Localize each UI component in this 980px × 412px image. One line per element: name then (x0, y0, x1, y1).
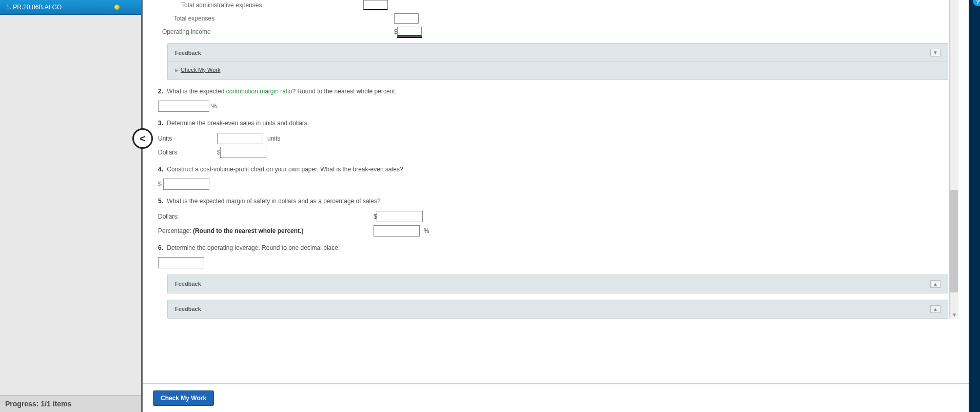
footer-bar: Check My Work (143, 383, 969, 412)
question-tab-label: 1. PR.20.06B.ALGO (6, 4, 62, 11)
label-total-admin: Total administrative expenses (158, 2, 363, 9)
feedback-title: Feedback (175, 50, 201, 56)
q3-units-input[interactable] (217, 133, 263, 144)
q5-pct-input[interactable] (374, 225, 420, 237)
feedback-header-1[interactable]: Feedback ▼ (168, 44, 948, 62)
feedback-header-3[interactable]: Feedback ▲ (168, 300, 948, 318)
progress-bar: Progress: 1/1 items (0, 395, 141, 412)
q5-pct-row: Percentage: (Round to the nearest whole … (158, 225, 948, 237)
q3-dollars-label: Dollars (158, 149, 217, 156)
app-wrapper: 1. PR.20.06B.ALGO Progress: 1/1 items < … (0, 0, 980, 412)
status-dot-icon (114, 5, 120, 10)
q3-dollars-input[interactable] (220, 147, 266, 158)
feedback-body-1: Check My Work (168, 62, 948, 80)
q5-dollars-input[interactable] (377, 211, 423, 222)
input-operating-income[interactable] (397, 27, 422, 37)
q3-units-row: Units units (158, 133, 948, 144)
q5-dollars-label: Dollars: (158, 213, 374, 220)
q3-table: Units units Dollars $ (158, 133, 948, 158)
q5-pct-label-wrap: Percentage: (Round to the nearest whole … (158, 227, 374, 234)
feedback-title: Feedback (175, 281, 201, 287)
q2-input[interactable] (158, 101, 209, 112)
q5-pct-note: (Round to the nearest whole percent.) (193, 227, 303, 234)
q3-text: Determine the break-even sales in units … (167, 120, 309, 127)
question-4: 4. Construct a cost-volume-profit chart … (158, 164, 948, 174)
q6-input[interactable] (158, 257, 204, 268)
q4-answer: $ (158, 179, 948, 190)
right-rail: ? (969, 0, 980, 412)
chevron-left-icon: < (140, 133, 146, 145)
chevron-down-icon[interactable]: ▼ (930, 49, 940, 56)
q6-num: 6. (158, 244, 163, 251)
sidebar: 1. PR.20.06B.ALGO Progress: 1/1 items (0, 0, 143, 412)
chevron-up-icon[interactable]: ▲ (930, 280, 940, 288)
input-total-expenses[interactable] (394, 13, 419, 24)
work-scroller[interactable]: Total administrative expenses Total expe… (143, 0, 969, 383)
label-operating-income: Operating income (158, 28, 363, 35)
content-inner: Total administrative expenses Total expe… (158, 0, 958, 319)
progress-text: Progress: 1/1 items (5, 400, 71, 408)
q2-term-link[interactable]: contribution margin ratio (226, 88, 292, 95)
q4-input[interactable] (163, 179, 209, 190)
q4-text: Construct a cost-volume-profit chart on … (167, 166, 403, 173)
feedback-panel-1: Feedback ▼ Check My Work (167, 43, 948, 80)
q6-answer (158, 257, 948, 268)
scrollbar-thumb[interactable] (950, 190, 958, 292)
q5-pct-unit: % (424, 227, 429, 234)
q3-dollars-row: Dollars $ (158, 147, 948, 158)
q4-num: 4. (158, 166, 163, 173)
question-5: 5. What is the expected margin of safety… (158, 196, 948, 206)
question-2: 2. What is the expected contribution mar… (158, 86, 948, 96)
check-my-work-button[interactable]: Check My Work (153, 390, 214, 406)
label-total-expenses: Total expenses (158, 15, 363, 22)
q3-units-label: Units (158, 135, 217, 142)
question-6: 6. Determine the operating leverage. Rou… (158, 243, 948, 253)
input-total-admin[interactable] (363, 0, 388, 10)
sidebar-empty (0, 15, 141, 395)
chevron-up-icon[interactable]: ▲ (930, 305, 940, 313)
q5-dollars-row: Dollars: $ (158, 211, 948, 222)
q2-num: 2. (158, 88, 163, 95)
row-total-admin: Total administrative expenses (158, 0, 948, 10)
row-total-expenses: Total expenses (158, 13, 948, 24)
q2-text-a: What is the expected (167, 88, 226, 95)
main-area: Total administrative expenses Total expe… (143, 0, 969, 412)
question-tab-1[interactable]: 1. PR.20.06B.ALGO (0, 0, 141, 15)
collapse-sidebar-button[interactable]: < (132, 128, 153, 149)
help-icon: ? (976, 0, 980, 5)
q2-text-b: ? Round to the nearest whole percent. (292, 88, 397, 95)
dollar-sign-icon: $ (158, 181, 162, 188)
q5-table: Dollars: $ Percentage: (Round to the nea… (158, 211, 948, 237)
q5-num: 5. (158, 198, 163, 205)
q6-text: Determine the operating leverage. Round … (167, 244, 340, 251)
scrollbar-track[interactable]: ▼ (949, 0, 958, 319)
feedback-panel-3: Feedback ▲ (167, 300, 948, 319)
feedback-panel-2: Feedback ▲ (167, 274, 948, 293)
feedback-title: Feedback (175, 306, 201, 312)
q3-num: 3. (158, 120, 163, 127)
scroll-down-icon[interactable]: ▼ (952, 312, 957, 318)
check-my-work-link[interactable]: Check My Work (175, 67, 220, 73)
question-3: 3. Determine the break-even sales in uni… (158, 118, 948, 128)
q2-unit: % (211, 103, 217, 110)
feedback-header-2[interactable]: Feedback ▲ (168, 275, 948, 293)
q5-pct-label: Percentage: (158, 227, 193, 234)
q5-text: What is the expected margin of safety in… (167, 198, 380, 205)
q3-units-suffix: units (267, 135, 280, 142)
q2-answer: % (158, 101, 948, 112)
help-button[interactable]: ? (973, 0, 980, 6)
row-operating-income: Operating income $ (158, 27, 948, 37)
